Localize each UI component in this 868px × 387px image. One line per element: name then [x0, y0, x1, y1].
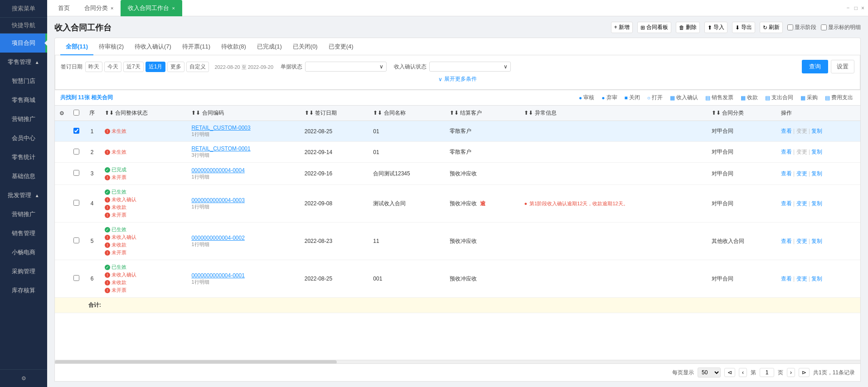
action-abandon[interactable]: ● 弃审 [600, 93, 619, 102]
horizontal-scrollbar[interactable] [55, 360, 860, 363]
sidebar-settings-icon[interactable]: ⚙ [0, 369, 47, 387]
page-input[interactable] [760, 368, 774, 377]
action-income-confirm[interactable]: ▦ 收入确认 [668, 93, 700, 102]
col-checkbox[interactable] [69, 106, 84, 121]
next-page-btn[interactable]: › [787, 368, 795, 377]
filter-tab-changed[interactable]: 已变更(4) [323, 38, 359, 55]
sidebar-item-wholesale-mgmt[interactable]: 批发管理 ▲ [0, 186, 47, 205]
page-header: 收入合同工作台 + 新增 ⊞ 合同看板 🗑 删除 ⬆ 导入 ⬇ 导出 [54, 22, 861, 33]
row-op-change[interactable]: 变更 [796, 238, 807, 244]
sidebar-item-retail-mall[interactable]: 零售商城 [0, 91, 47, 110]
sidebar-item-marketing[interactable]: 营销推广 [0, 110, 47, 129]
tab-income-contract[interactable]: 收入合同工作台 × [121, 0, 182, 16]
show-detail-checkbox[interactable]: 显示标的明细 [821, 24, 861, 31]
open-icon: ○ [647, 95, 650, 101]
maximize-icon[interactable]: □ [854, 5, 858, 11]
row-op-view[interactable]: 查看 [781, 200, 792, 207]
export-button[interactable]: ⬇ 导出 [732, 22, 755, 33]
select-all-checkbox[interactable] [73, 110, 79, 116]
delete-button[interactable]: 🗑 删除 [676, 22, 700, 33]
action-out-contract[interactable]: ▤ 支出合同 [763, 93, 795, 102]
row-op-copy[interactable]: 复制 [811, 238, 822, 244]
action-sales-invoice[interactable]: ▤ 销售发票 [703, 93, 735, 102]
refresh-button[interactable]: ↻ 刷新 [760, 22, 783, 33]
sidebar-item-retail-mgmt[interactable]: 零售管理 ▲ [0, 53, 47, 72]
tab-close-contract-cat[interactable]: × [111, 0, 113, 16]
date-btn-last7[interactable]: 近7天 [123, 62, 144, 72]
close-window-icon[interactable]: × [861, 5, 864, 11]
sidebar-quick-nav[interactable]: 快捷导航 [0, 18, 47, 34]
setting-button[interactable]: 设置 [831, 60, 854, 73]
row-op-view[interactable]: 查看 [781, 149, 792, 155]
row-op-view[interactable]: 查看 [781, 128, 792, 134]
action-expense[interactable]: ▤ 费用支出 [823, 93, 855, 102]
sidebar-item-basic-info[interactable]: 基础信息 [0, 167, 47, 186]
minimize-icon[interactable]: － [845, 4, 851, 12]
row-op-copy[interactable]: 复制 [811, 170, 822, 177]
kanban-button[interactable]: ⊞ 合同看板 [637, 22, 671, 33]
first-page-btn[interactable]: ⊲ [724, 368, 735, 377]
settings-icon[interactable]: ⚙ [59, 110, 64, 116]
filter-tab-closed[interactable]: 已关闭(0) [287, 38, 323, 55]
row-op-view[interactable]: 查看 [781, 238, 792, 244]
date-btn-custom[interactable]: 自定义 [186, 62, 209, 72]
last-page-btn[interactable]: ⊳ [799, 368, 810, 377]
filter-tab-all[interactable]: 全部(11) [60, 38, 93, 55]
query-button[interactable]: 查询 [802, 60, 828, 73]
tab-contract-cat[interactable]: 合同分类 × [77, 0, 121, 16]
sidebar-item-member[interactable]: 会员中心 [0, 129, 47, 148]
action-collect[interactable]: ▦ 收款 [739, 93, 760, 102]
action-review[interactable]: ● 审核 [577, 93, 596, 102]
filter-tab-pending-confirm[interactable]: 待收入确认(7) [129, 38, 177, 55]
date-btn-last1m[interactable]: 近1月 [145, 62, 166, 72]
tab-home[interactable]: 首页 [51, 0, 77, 16]
row-op-copy[interactable]: 复制 [811, 128, 822, 134]
contract-code-link[interactable]: 0000000000004-0001 [191, 272, 244, 279]
filter-tab-completed[interactable]: 已完成(1) [252, 38, 287, 55]
sidebar-item-purchase[interactable]: 采购管理 [0, 262, 47, 281]
new-button[interactable]: + 新增 [611, 22, 633, 33]
sidebar-item-sales-mgmt[interactable]: 销售管理 [0, 224, 47, 243]
sidebar-item-retail-stats[interactable]: 零售统计 [0, 148, 47, 167]
sidebar-item-marketing2[interactable]: 营销推广 [0, 205, 47, 224]
status-select[interactable]: ∨ [305, 62, 387, 72]
action-purchase[interactable]: ▦ 采购 [799, 93, 820, 102]
action-open[interactable]: ○ 打开 [645, 93, 664, 102]
date-btn-more[interactable]: 更多 [167, 62, 184, 72]
col-setting[interactable]: ⚙ [55, 106, 69, 121]
filter-tab-pending-review[interactable]: 待审核(2) [93, 38, 129, 55]
table-count: 共找到 11张 相关合同 [60, 94, 113, 102]
contract-code-link[interactable]: RETAIL_CUSTOM-0003 [191, 125, 250, 131]
contract-code-link[interactable]: 0000000000004-0002 [191, 235, 244, 241]
sidebar-item-inventory[interactable]: 库存核算 [0, 281, 47, 300]
row-op-view[interactable]: 查看 [781, 170, 792, 177]
contract-code-link[interactable]: RETAIL_CUSTOM-0001 [191, 145, 250, 152]
action-close[interactable]: ■ 关闭 [623, 93, 642, 102]
row-op-view[interactable]: 查看 [781, 276, 792, 282]
contract-code-link[interactable]: 0000000000004-0004 [191, 167, 244, 174]
expand-more-btn[interactable]: ∨ 展开更多条件 [61, 73, 854, 85]
row-op-change[interactable]: 变更 [796, 200, 807, 207]
confirm-select[interactable]: ∨ [429, 62, 511, 72]
chevron-down-icon2: ∨ [504, 63, 508, 70]
page-size-select[interactable]: 50 100 200 [698, 368, 721, 377]
date-btn-today[interactable]: 今天 [104, 62, 121, 72]
show-stage-checkbox[interactable]: 显示阶段 [787, 24, 816, 31]
prev-page-btn[interactable]: ‹ [739, 368, 747, 377]
row-op-change[interactable]: 变更 [796, 276, 807, 282]
row-op-change[interactable]: 变更 [796, 170, 807, 177]
contract-code-link[interactable]: 0000000000004-0003 [191, 197, 244, 203]
sidebar-item-smart-store[interactable]: 智慧门店 [0, 72, 47, 91]
sidebar-item-project[interactable]: 项目合同 [0, 34, 47, 53]
export-icon: ⬇ [735, 24, 740, 31]
tab-close-income-contract[interactable]: × [172, 0, 175, 16]
filter-tab-pending-payment[interactable]: 待收款(8) [216, 38, 252, 55]
date-btn-yesterday[interactable]: 昨天 [85, 62, 102, 72]
import-button[interactable]: ⬆ 导入 [704, 22, 727, 33]
sidebar-item-xiaochang[interactable]: 小畅电商 [0, 243, 47, 262]
row-op-copy[interactable]: 复制 [811, 200, 822, 207]
row-op-copy[interactable]: 复制 [811, 149, 822, 155]
sidebar-search[interactable]: 搜索菜单 [0, 0, 47, 18]
filter-tab-pending-invoice[interactable]: 待开票(11) [177, 38, 216, 55]
row-op-copy[interactable]: 复制 [811, 276, 822, 282]
